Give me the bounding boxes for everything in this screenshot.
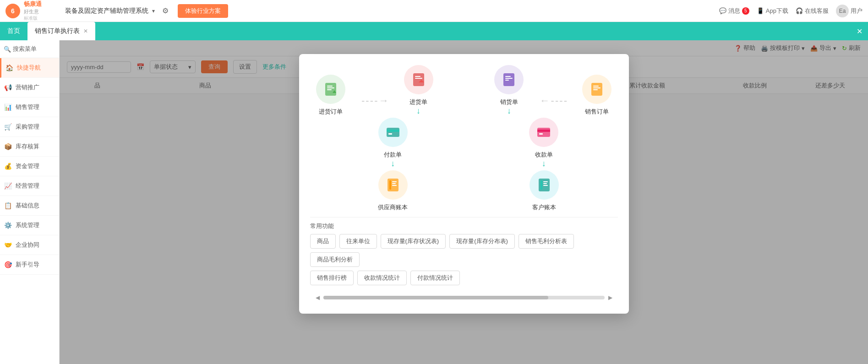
flow-node-sales-order: 销售订单 — [582, 75, 611, 116]
scroll-track[interactable] — [323, 296, 605, 299]
svg-rect-25 — [392, 181, 397, 182]
payment-label: 付款单 — [384, 151, 402, 159]
sidebar-item-basic[interactable]: 📋 基础信息 — [0, 196, 59, 216]
common-functions-title: 常用功能 — [310, 222, 618, 230]
arrow-down-purchase: ↓ — [416, 106, 420, 116]
management-icon: 📈 — [4, 182, 12, 190]
header: 6 畅康通 好生意 标准版 装备及固定资产辅助管理系统 ▾ ⚙ 体验行业方案 💬… — [0, 0, 868, 22]
scroll-right-icon[interactable]: ▶ — [608, 294, 612, 301]
cf-btn-goods[interactable]: 商品 — [310, 234, 336, 249]
search-icon: 🔍 — [4, 46, 11, 53]
svg-rect-30 — [543, 181, 548, 182]
logo-text: 畅康通 好生意 标准版 — [24, 0, 42, 21]
supplier-ledger-circle — [378, 170, 408, 200]
flow-node-purchase-order: 进货订单 — [316, 75, 345, 116]
cf-btn-sales-rank[interactable]: 销售排行榜 — [310, 271, 354, 285]
sidebar-item-management[interactable]: 📈 经营管理 — [0, 176, 59, 196]
trial-button[interactable]: 体验行业方案 — [178, 4, 228, 18]
sales-order-circle — [582, 75, 611, 104]
scroll-bar-row: ◀ ▶ — [310, 293, 618, 303]
sidebar-item-purchase[interactable]: 🛒 采购管理 — [0, 117, 59, 137]
cf-btn-stock-status[interactable]: 现存量(库存状况表) — [381, 234, 446, 249]
sales-order-label: 销售订单 — [585, 108, 609, 116]
svg-rect-6 — [415, 76, 420, 77]
arrow-down-receipt: ↓ — [542, 159, 546, 168]
system-title: 装备及固定资产辅助管理系统 — [65, 7, 148, 15]
avatar: Ea — [836, 5, 849, 17]
svg-rect-26 — [392, 183, 396, 184]
svg-rect-24 — [389, 180, 391, 190]
sidebar-item-sales[interactable]: 📊 销售管理 — [0, 98, 59, 117]
cf-btn-sales-gross[interactable]: 销售毛利分析表 — [519, 234, 574, 249]
flow-node-receipt: 收款单 ↓ — [529, 118, 558, 168]
svg-rect-32 — [543, 185, 548, 186]
cf-btn-partner[interactable]: 往来单位 — [339, 234, 377, 249]
purchase-icon: 🛒 — [4, 123, 12, 131]
download-icon: 📱 — [757, 7, 764, 14]
arrow-sales-order-to-sales: ← - - - - — [536, 95, 570, 116]
sidebar-item-inventory[interactable]: 📦 库存核算 — [0, 137, 59, 157]
scroll-left-icon[interactable]: ◀ — [316, 294, 320, 301]
sidebar-item-guide[interactable]: 🎯 新手引导 — [0, 255, 59, 275]
tab-sales-order[interactable]: 销售订单执行表 ✕ — [27, 22, 95, 40]
home-icon: 🏠 — [5, 64, 13, 72]
svg-rect-5 — [413, 73, 424, 86]
marketing-icon: 📢 — [4, 83, 12, 92]
arrow-purchase-to-in: - - - - → — [358, 95, 392, 116]
sidebar-item-marketing[interactable]: 📢 营销推广 — [0, 78, 59, 98]
logo-icon: 6 — [5, 4, 20, 18]
sidebar-search[interactable]: 🔍 搜索菜单 — [0, 40, 59, 58]
flow-node-customer-ledger: 客户账本 — [530, 170, 559, 212]
main-layout: 🔍 搜索菜单 🏠 快捷导航 📢 营销推广 📊 销售管理 🛒 采购管理 📦 库存核… — [0, 40, 868, 364]
svg-rect-27 — [392, 185, 397, 186]
inventory-icon: 📦 — [4, 142, 12, 151]
receipt-label: 收款单 — [535, 151, 553, 159]
message-item[interactable]: 💬 消息 5 — [719, 7, 749, 15]
dropdown-arrow-icon[interactable]: ▾ — [152, 8, 155, 14]
online-service-item[interactable]: 🎧 在线客服 — [796, 7, 829, 15]
arrow-down-sales: ↓ — [507, 106, 511, 116]
content-area: ❓ 帮助 🖨️ 按模板打印 ▾ 📤 导出 ▾ ↻ 刷新 📅 单据 — [60, 40, 868, 364]
common-functions-buttons-row2: 销售排行榜 收款情况统计 付款情况统计 — [310, 271, 618, 285]
user-item[interactable]: Ea 用户 — [836, 5, 863, 17]
cf-btn-receipt-stats[interactable]: 收款情况统计 — [357, 271, 407, 285]
system-icon: ⚙️ — [4, 221, 12, 229]
cf-btn-payment-stats[interactable]: 付款情况统计 — [410, 271, 460, 285]
popup-card: 进货订单 - - - - → 进货单 — [299, 54, 629, 314]
purchase-order-label: 进货订单 — [319, 108, 343, 116]
common-functions: 常用功能 商品 往来单位 现存量(库存状况表) 现存量(库存分布表) 销售毛利分… — [310, 222, 618, 285]
svg-rect-9 — [503, 73, 514, 86]
sales-bill-label: 销货单 — [500, 98, 518, 106]
app-download-item[interactable]: 📱 App下载 — [757, 7, 788, 15]
sidebar-item-finance[interactable]: 💰 资金管理 — [0, 157, 59, 176]
tab-bar: 首页 销售订单执行表 ✕ ✕ — [0, 22, 868, 40]
message-icon: 💬 — [719, 7, 726, 14]
common-functions-buttons: 商品 往来单位 现存量(库存状况表) 现存量(库存分布表) 销售毛利分析表 商品… — [310, 234, 618, 267]
sidebar: 🔍 搜索菜单 🏠 快捷导航 📢 营销推广 📊 销售管理 🛒 采购管理 📦 库存核… — [0, 40, 60, 364]
tab-close-icon[interactable]: ✕ — [83, 28, 88, 34]
flow-node-payment: 付款单 ↓ — [378, 118, 408, 168]
receipt-circle — [529, 118, 558, 147]
service-icon: 🎧 — [796, 7, 803, 14]
tab-home[interactable]: 首页 — [0, 22, 27, 40]
guide-icon: 🎯 — [4, 261, 12, 269]
sidebar-item-quicknav[interactable]: 🏠 快捷导航 — [0, 58, 59, 78]
window-close-icon[interactable]: ✕ — [857, 27, 863, 35]
finance-icon: 💰 — [4, 162, 12, 170]
supplier-ledger-label: 供应商账本 — [378, 203, 408, 212]
sidebar-item-collab[interactable]: 🤝 企业协同 — [0, 235, 59, 255]
svg-rect-18 — [387, 130, 399, 132]
purchase-bill-label: 进货单 — [409, 98, 427, 106]
svg-rect-15 — [593, 87, 601, 88]
settings-icon[interactable]: ⚙ — [162, 6, 169, 15]
svg-rect-11 — [505, 78, 513, 79]
sidebar-item-system[interactable]: ⚙️ 系统管理 — [0, 216, 59, 235]
svg-rect-22 — [539, 133, 543, 135]
cf-btn-stock-dist[interactable]: 现存量(库存分布表) — [449, 234, 515, 249]
sales-bill-circle — [494, 65, 524, 94]
svg-rect-17 — [387, 128, 399, 137]
cf-btn-goods-gross[interactable]: 商品毛利分析 — [310, 252, 360, 267]
purchase-bill-circle — [404, 65, 433, 94]
svg-rect-10 — [505, 76, 511, 77]
svg-rect-31 — [543, 183, 547, 184]
